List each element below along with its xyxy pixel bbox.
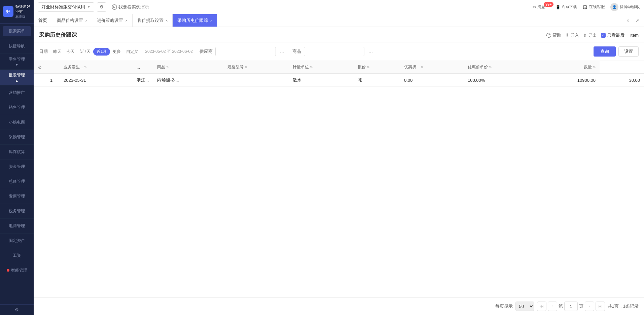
- sidebar-item-finance[interactable]: 资金管理: [0, 160, 34, 174]
- accounting-label: 总账管理: [9, 179, 25, 184]
- item-text: item: [630, 33, 639, 38]
- cell-unit: 散水: [289, 74, 354, 87]
- expand-tab-button[interactable]: ⤢: [633, 16, 641, 25]
- sidebar-bottom-settings[interactable]: ⚙: [0, 304, 34, 315]
- sidebar-logo[interactable]: 好 畅捷通好业财 标准版: [0, 0, 34, 24]
- sidebar-item-salary[interactable]: 工资: [0, 248, 34, 263]
- next-page-button[interactable]: ›: [585, 302, 594, 311]
- app-download-button[interactable]: 📱 App下载: [556, 4, 577, 10]
- col-price[interactable]: 报价 ⇅: [354, 61, 400, 74]
- purchase-label: 采购管理: [9, 134, 25, 140]
- sidebar-settings-icon: ⚙: [15, 307, 19, 312]
- col-discount[interactable]: 优惠折... ⇅: [400, 61, 464, 74]
- tab-product-price[interactable]: 商品价格设置 ×: [52, 14, 92, 27]
- product-filter-item: 商品 ...: [292, 47, 374, 56]
- sidebar-search-section: 搜索菜单: [0, 24, 34, 39]
- support-button[interactable]: 🎧 在线客服: [582, 4, 605, 10]
- prev-page-button[interactable]: ‹: [548, 302, 557, 311]
- tab-sale-price[interactable]: 售价提取设置 ×: [133, 14, 173, 27]
- col-date[interactable]: 业务发生... ⇅: [60, 61, 133, 74]
- tab-product-price-close-icon[interactable]: ×: [85, 19, 87, 23]
- inventory-label: 库存核算: [9, 149, 25, 155]
- user-menu-button[interactable]: 👤 徐泽华修改: [610, 3, 640, 11]
- col-more[interactable]: ...: [133, 61, 153, 74]
- tab-sale-price-close-icon[interactable]: ×: [166, 19, 168, 23]
- sidebar-item-ecommerce-small[interactable]: 小畅电商: [0, 115, 34, 130]
- per-page-select[interactable]: 50 10 20 100: [515, 302, 534, 311]
- sidebar-item-retail[interactable]: 零售管理 ▼: [0, 54, 34, 70]
- table-container: ⚙ 业务发生... ⇅ ...: [34, 61, 644, 297]
- demo-label: 我要看实例演示: [118, 4, 149, 10]
- sidebar-item-invoice[interactable]: 发票管理: [0, 189, 34, 204]
- col-pre-discount[interactable]: 优惠前单价 ⇅: [464, 61, 538, 74]
- search-menu-button[interactable]: 搜索菜单: [3, 26, 31, 36]
- first-page-button[interactable]: ⏮: [537, 302, 546, 311]
- page-number-input[interactable]: [564, 302, 578, 311]
- col-spec-sort: 规格型号 ⇅: [227, 64, 247, 70]
- import-button[interactable]: ⇩ 导入: [565, 32, 579, 38]
- only-last-checkbox[interactable]: ✓ 只看最后一 item: [601, 32, 639, 38]
- sidebar-item-assets[interactable]: 固定资产: [0, 234, 34, 248]
- col-qty-label: 数量: [584, 64, 592, 70]
- user-name: 徐泽华修改: [620, 4, 640, 10]
- product-more-icon[interactable]: ...: [367, 48, 374, 55]
- tab-home[interactable]: 首页: [34, 14, 52, 27]
- date-btn-last1m[interactable]: 近1月: [93, 48, 110, 56]
- col-price-sort: 报价 ⇅: [358, 64, 369, 70]
- tab-purchase-history[interactable]: 采购历史价跟踪 ×: [173, 14, 217, 27]
- help-button[interactable]: ? 帮助: [546, 32, 561, 38]
- col-settings[interactable]: ⚙: [34, 61, 46, 74]
- version-label: 好业财标准版交付试用: [41, 4, 85, 10]
- cell-date: 2023-05-31: [60, 74, 133, 87]
- col-qty[interactable]: 数量 ⇅: [538, 61, 600, 74]
- cell-seq: 1: [46, 74, 60, 87]
- message-button[interactable]: ✉ 消息 99+: [533, 4, 550, 10]
- sidebar-item-sales[interactable]: 销售管理: [0, 100, 34, 115]
- smart-label: 智能管理: [11, 268, 27, 273]
- sidebar-item-marketing[interactable]: 营销推广: [0, 85, 34, 100]
- sidebar-item-quicknav[interactable]: 快捷导航: [0, 39, 34, 54]
- date-btn-more[interactable]: 更多: [110, 48, 123, 56]
- date-btn-yesterday[interactable]: 昨天: [50, 48, 64, 56]
- topbar: 好业财标准版交付试用 ▼ ⚙ ▶ 我要看实例演示 ✉ 消息 99+ 📱 App下…: [34, 0, 644, 14]
- sidebar-item-wholesale[interactable]: 批发管理 ▲: [0, 70, 34, 85]
- sidebar-item-accounting[interactable]: 总账管理: [0, 174, 34, 189]
- sidebar-item-inventory[interactable]: 库存核算: [0, 145, 34, 160]
- col-supplier[interactable]: 商品 ⇅: [153, 61, 223, 74]
- date-btn-today[interactable]: 今天: [64, 48, 77, 56]
- page-label: 第: [559, 303, 563, 309]
- col-pre-discount-label: 优惠前单价: [468, 64, 488, 70]
- col-unit[interactable]: 计量单位 ⇅: [289, 61, 354, 74]
- col-spec[interactable]: 规格型号 ⇅: [223, 61, 289, 74]
- col-unit-sort-icon: ⇅: [310, 65, 313, 69]
- product-input[interactable]: [304, 47, 364, 56]
- tab-purchase-strategy[interactable]: 进价策略设置 ×: [92, 14, 132, 27]
- filter-settings-button[interactable]: 设置: [618, 46, 639, 57]
- supplier-filter-item: 供应商 ...: [200, 47, 286, 56]
- supplier-input[interactable]: [215, 47, 276, 56]
- export-button[interactable]: ⇧ 导出: [583, 32, 597, 38]
- col-settings-gear-icon[interactable]: ⚙: [38, 65, 42, 70]
- date-btn-last7[interactable]: 近7天: [77, 48, 93, 56]
- date-btn-custom[interactable]: 自定义: [123, 48, 141, 56]
- sidebar-item-smart[interactable]: 智能管理: [0, 263, 34, 278]
- supplier-more-icon[interactable]: ...: [279, 48, 286, 55]
- sidebar-item-purchase[interactable]: 采购管理: [0, 130, 34, 145]
- last-page-button[interactable]: ⏭: [596, 302, 605, 311]
- app-label: App下载: [562, 4, 577, 10]
- topbar-gear-icon: ⚙: [100, 4, 104, 9]
- tab-purchase-strategy-close-icon[interactable]: ×: [125, 19, 127, 23]
- demo-button[interactable]: ▶ 我要看实例演示: [112, 4, 149, 10]
- tab-purchase-history-close-icon[interactable]: ×: [210, 19, 212, 23]
- topbar-settings-button[interactable]: ⚙: [97, 2, 106, 12]
- version-selector[interactable]: 好业财标准版交付试用 ▼: [38, 2, 94, 12]
- close-tab-button[interactable]: ×: [624, 16, 632, 25]
- cell-product: 丙烯酸-2-...: [153, 74, 223, 87]
- sidebar-item-ecommerce[interactable]: 电商管理: [0, 219, 34, 234]
- wholesale-arrow: ▲: [15, 79, 19, 82]
- cell-quote: 0.00: [400, 74, 464, 87]
- wholesale-label: 批发管理: [9, 72, 25, 78]
- query-button[interactable]: 查询: [594, 46, 616, 57]
- sidebar-item-tax[interactable]: 税务管理: [0, 204, 34, 219]
- page-total-label: 共1页，1条记录: [608, 303, 639, 309]
